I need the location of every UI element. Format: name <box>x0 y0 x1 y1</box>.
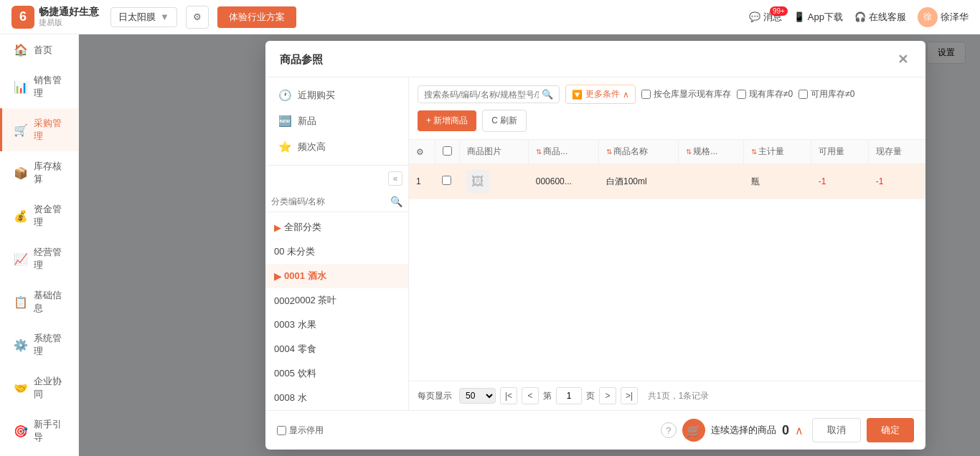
display-disabled-checkbox[interactable] <box>277 426 286 435</box>
sidebar-item-guide[interactable]: 🎯 新手引导 <box>0 409 78 452</box>
col-code: ⇅ 商品... <box>529 140 599 164</box>
sidebar-item-label: 采购管理 <box>34 117 67 143</box>
inventory-icon: 📦 <box>14 166 28 180</box>
home-icon: 🏠 <box>14 43 28 57</box>
current-stock-checkbox-label[interactable]: 现有库存≠0 <box>737 88 793 100</box>
modal-close-button[interactable]: ✕ <box>894 51 911 68</box>
operations-icon: 📈 <box>14 252 28 266</box>
current-stock-checkbox[interactable] <box>737 90 746 99</box>
table-row[interactable]: 1 🖼 000600... 白酒100ml <box>409 164 925 199</box>
modal-footer: 显示停用 ? 🛒 连续选择的商品 0 ∧ 取消 确定 <box>265 410 925 450</box>
store-selector[interactable]: 日太阳膜 ▼ <box>110 7 177 27</box>
last-page-button[interactable]: >| <box>621 387 638 404</box>
warehouse-stock-checkbox[interactable] <box>641 90 651 99</box>
category-label: 全部分类 <box>284 221 321 234</box>
sidebar-item-system[interactable]: ⚙️ 系统管理 <box>0 323 78 366</box>
col-checkbox <box>435 140 459 164</box>
more-filter-button[interactable]: 🔽 更多条件 ∧ <box>565 85 636 104</box>
col-name: ⇅ 商品名称 <box>599 140 679 164</box>
collapse-panel-button[interactable]: « <box>388 171 402 186</box>
modal-body: 🕐 近期购买 🆕 新品 ⭐ 频次高 « <box>265 77 925 410</box>
sidebar-item-basic-info[interactable]: 📋 基础信息 <box>0 280 78 323</box>
col-settings: ⚙ <box>409 140 435 164</box>
sidebar-item-home[interactable]: 🏠 首页 <box>0 34 78 65</box>
col-image: 商品图片 <box>459 140 529 164</box>
category-search-input[interactable] <box>271 196 387 206</box>
warehouse-stock-checkbox-label[interactable]: 按仓库显示现有库存 <box>641 88 731 100</box>
refresh-product-button[interactable]: C 刷新 <box>482 110 527 132</box>
table-settings-icon[interactable]: ⚙ <box>416 147 424 157</box>
sidebar-item-label: 库存核算 <box>34 160 67 186</box>
right-panel: 🔍 🔽 更多条件 ∧ 按仓库显示现有库存 <box>409 77 925 410</box>
left-tab-frequent[interactable]: ⭐ 频次高 <box>271 135 402 159</box>
category-0008-water[interactable]: 0008 水 <box>265 386 408 410</box>
messages-nav-item[interactable]: 💬 消息 99+ <box>749 11 782 24</box>
display-disabled-checkbox-label[interactable]: 显示停用 <box>277 424 324 437</box>
usable-stock-checkbox[interactable] <box>798 90 808 99</box>
category-0003-fruit[interactable]: 0003 水果 <box>265 313 408 337</box>
category-search-icon[interactable]: 🔍 <box>390 196 402 207</box>
usable-stock-checkbox-label[interactable]: 可用库存≠0 <box>798 88 854 100</box>
sidebar-item-operations[interactable]: 📈 经营管理 <box>0 237 78 280</box>
col-name-label: 商品名称 <box>613 146 648 158</box>
help-button[interactable]: ? <box>661 422 677 438</box>
search-icon[interactable]: 🔍 <box>542 89 553 100</box>
selected-count: 0 <box>782 423 789 438</box>
online-service-nav-item[interactable]: 🎧 在线客服 <box>854 11 906 24</box>
table-header-row: ⚙ 商品图片 <box>409 140 925 164</box>
sidebar-item-inventory[interactable]: 📦 库存核算 <box>0 151 78 194</box>
trial-button[interactable]: 体验行业方案 <box>217 6 296 28</box>
logo-text: 畅捷通好生意 <box>39 6 99 18</box>
page-word: 第 <box>543 390 552 402</box>
current-stock-label: 现有库存≠0 <box>749 88 793 100</box>
cancel-button[interactable]: 取消 <box>812 418 861 442</box>
modal-title: 商品参照 <box>280 53 323 67</box>
sidebar-item-purchase[interactable]: 🛒 采购管理 <box>0 108 78 151</box>
left-tab-recent[interactable]: 🕐 近期购买 <box>271 83 402 108</box>
product-search-input[interactable] <box>424 90 539 100</box>
cart-button[interactable]: 🛒 <box>682 419 705 442</box>
sidebar-item-sales[interactable]: 📊 销售管理 <box>0 65 78 108</box>
online-service-label: 在线客服 <box>869 11 906 24</box>
col-usable: 可用量 <box>811 140 869 164</box>
page-size-select[interactable]: 50 100 200 <box>459 388 496 404</box>
sidebar-item-app-center[interactable]: 📱 应用中心 <box>0 452 78 456</box>
new-icon: 🆕 <box>278 115 292 128</box>
username: 徐泽华 <box>941 11 969 24</box>
page-number-input[interactable] <box>556 387 582 404</box>
category-0005-beverage[interactable]: 0005 饮料 <box>265 361 408 386</box>
pagination: 每页显示 50 100 200 |< < 第 页 > >| 共1页，1 <box>409 381 925 410</box>
prev-page-button[interactable]: < <box>522 387 539 404</box>
category-0001-liquor[interactable]: ▶ 0001 酒水 <box>265 264 408 288</box>
col-unit: ⇅ 主计量 <box>744 140 811 164</box>
next-page-button[interactable]: > <box>599 387 616 404</box>
left-tab-label: 近期购买 <box>298 89 335 102</box>
filter-icon: 🔽 <box>572 90 583 100</box>
collapse-selected-button[interactable]: ∧ <box>795 424 804 437</box>
display-disabled-label: 显示停用 <box>289 424 324 437</box>
sidebar-item-finance[interactable]: 💰 资金管理 <box>0 194 78 237</box>
category-all[interactable]: ▶ 全部分类 <box>265 215 408 239</box>
sidebar-item-collab[interactable]: 🤝 企业协同 <box>0 366 78 409</box>
user-profile[interactable]: 徐 徐泽华 <box>918 7 969 27</box>
left-tab-label: 新品 <box>298 115 316 128</box>
star-icon: ⭐ <box>278 141 292 153</box>
settings-button[interactable]: ⚙ <box>186 6 209 29</box>
confirm-button[interactable]: 确定 <box>867 418 914 442</box>
category-unclassified[interactable]: 00 未分类 <box>265 239 408 264</box>
app-download-nav-item[interactable]: 📱 App下载 <box>793 11 843 24</box>
first-page-button[interactable]: |< <box>500 387 517 404</box>
row-checkbox[interactable] <box>442 176 451 185</box>
select-all-checkbox[interactable] <box>443 146 452 156</box>
row-image-cell: 🖼 <box>459 164 529 199</box>
sort-icon: ⇅ <box>606 148 612 156</box>
category-0004-snack[interactable]: 0004 零食 <box>265 337 408 361</box>
col-code-label: 商品... <box>543 146 567 158</box>
total-info: 共1页，1条记录 <box>648 390 709 402</box>
category-0002-tea[interactable]: 0002 0002 茶叶 <box>265 288 408 313</box>
footer-left: 显示停用 ? 🛒 连续选择的商品 0 ∧ <box>277 419 804 442</box>
left-tab-new[interactable]: 🆕 新品 <box>271 109 402 133</box>
category-label: 0005 饮料 <box>274 367 316 380</box>
add-product-button[interactable]: + 新增商品 <box>418 110 476 131</box>
row-stock: -1 <box>869 164 925 199</box>
